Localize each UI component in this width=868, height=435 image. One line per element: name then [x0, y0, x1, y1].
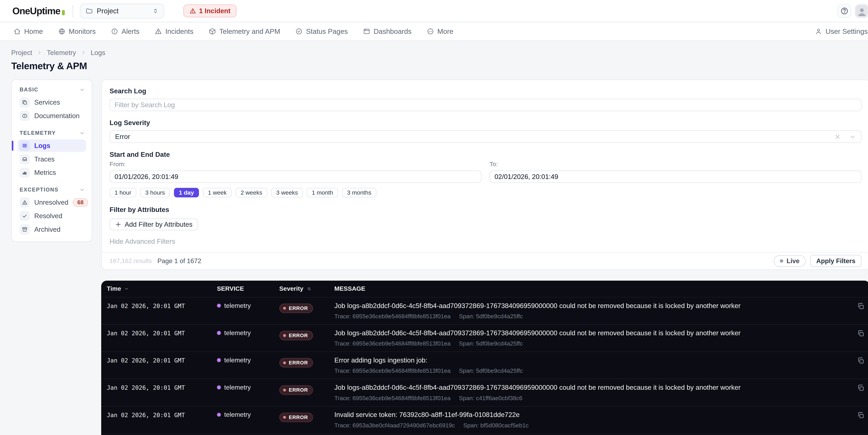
oneuptime-logo[interactable]: OneUptime: [12, 5, 65, 16]
column-header-service[interactable]: SERVICE: [217, 285, 279, 292]
range-3-weeks-button[interactable]: 3 weeks: [271, 188, 303, 197]
clear-icon[interactable]: [834, 133, 841, 140]
to-date-input[interactable]: [490, 170, 862, 183]
severity-text: ERROR: [289, 305, 308, 311]
log-severity-select[interactable]: Error: [110, 130, 862, 143]
hide-advanced-filters-link[interactable]: Hide Advanced Filters: [110, 238, 862, 245]
nav-item-user-settings[interactable]: User Settings: [815, 27, 868, 36]
breadcrumb-project[interactable]: Project: [11, 49, 32, 57]
nav-item-dashboards[interactable]: Dashboards: [363, 27, 412, 36]
range-1-hour-button[interactable]: 1 hour: [110, 188, 136, 197]
trace-id: Trace: 6955e36ceb9e54684ff8bfe8513f01ea: [334, 340, 451, 347]
nav-item-status-pages[interactable]: Status Pages: [295, 27, 348, 36]
span-id: Span: 5df0be9cd4a25ffc: [459, 340, 523, 347]
nav-item-monitors[interactable]: Monitors: [58, 27, 96, 36]
sidebar-section-basic[interactable]: BASIC: [18, 84, 86, 95]
copy-log-button[interactable]: [857, 356, 864, 364]
table-row[interactable]: Jan 02 2026, 20:01 GMT telemetry ERROR J…: [101, 379, 868, 406]
range-2-weeks-button[interactable]: 2 weeks: [236, 188, 267, 197]
column-header-severity[interactable]: Severity: [279, 285, 334, 292]
add-attribute-filter-button[interactable]: Add Filter by Attributes: [110, 219, 198, 230]
sidebar-item-unresolved[interactable]: Unresolved 68: [18, 196, 86, 209]
severity-badge: ERROR: [279, 358, 313, 368]
nav-label: Incidents: [165, 27, 193, 36]
service-name: telemetry: [224, 302, 251, 309]
from-date-input[interactable]: [110, 170, 482, 183]
plus-icon: [115, 221, 121, 228]
copy-icon: [857, 411, 864, 419]
breadcrumb-logs[interactable]: Logs: [91, 49, 105, 57]
project-selector[interactable]: Project: [80, 3, 164, 19]
sidebar-item-logs[interactable]: Logs: [18, 139, 86, 152]
range-1-day-button[interactable]: 1 day: [174, 188, 199, 197]
check-icon: [20, 211, 30, 221]
nav-item-telemetry[interactable]: Telemetry and APM: [209, 27, 280, 36]
column-header-message[interactable]: MESSAGE: [334, 285, 847, 292]
apply-filters-button[interactable]: Apply Filters: [810, 255, 862, 267]
nav-item-alerts[interactable]: Alerts: [111, 27, 140, 36]
log-trace-meta: Trace: 6955e36ceb9e54684ff8bfe8513f01ea …: [334, 340, 841, 347]
bar-chart-icon: [20, 168, 30, 178]
quick-range-buttons: 1 hour 3 hours 1 day 1 week 2 weeks 3 we…: [110, 188, 862, 197]
log-message-cell: Invalid service token: 76392c80-a8ff-11e…: [334, 410, 847, 429]
filter-attributes-label: Filter by Attributes: [110, 206, 862, 213]
question-circle-icon: [840, 7, 849, 15]
sidebar-item-services[interactable]: Services: [18, 96, 86, 108]
chevrons-up-down-icon: [152, 8, 159, 14]
log-message: Job logs-a8b2ddcf-0d6c-4c5f-8fb4-aad7093…: [334, 383, 841, 391]
section-title: BASIC: [20, 87, 38, 93]
sidebar-item-resolved[interactable]: Resolved: [18, 210, 86, 222]
severity-dot-icon: [283, 362, 286, 364]
table-row[interactable]: Jan 02 2026, 20:01 GMT telemetry ERROR I…: [101, 433, 868, 435]
range-1-month-button[interactable]: 1 month: [307, 188, 338, 197]
copy-log-button[interactable]: [857, 329, 864, 337]
chevron-down-icon: [79, 187, 85, 193]
log-trace-meta: Trace: 6955e36ceb9e54684ff8bfe8513f01ea …: [334, 395, 841, 402]
range-3-months-button[interactable]: 3 months: [342, 188, 376, 197]
range-3-hours-button[interactable]: 3 hours: [140, 188, 170, 197]
sidebar-item-traces[interactable]: Traces: [18, 153, 86, 165]
sidebar-section-exceptions[interactable]: EXCEPTIONS: [18, 185, 86, 195]
copy-log-button[interactable]: [857, 410, 864, 419]
sidebar-item-archived[interactable]: Archived: [18, 223, 86, 236]
range-1-week-button[interactable]: 1 week: [203, 188, 231, 197]
help-button[interactable]: [837, 4, 851, 18]
nav-item-more[interactable]: More: [427, 27, 454, 36]
log-lines-icon: [20, 141, 30, 151]
info-icon: [20, 111, 30, 121]
copy-log-button[interactable]: [857, 383, 864, 392]
archive-box-icon: [20, 224, 30, 234]
breadcrumb-telemetry[interactable]: Telemetry: [47, 49, 76, 57]
project-selector-value: Project: [97, 7, 119, 15]
column-header-time[interactable]: Time: [107, 285, 217, 292]
table-row[interactable]: Jan 02 2026, 20:01 GMT telemetry ERROR I…: [101, 406, 868, 433]
package-icon: [209, 28, 216, 35]
incident-count-badge[interactable]: 1 Incident: [183, 4, 237, 18]
sidebar-item-label: Archived: [34, 226, 60, 233]
unresolved-count-badge: 68: [73, 198, 88, 207]
active-indicator-bar: [12, 141, 13, 151]
severity-dot-icon: [283, 307, 286, 310]
sidebar-section-telemetry[interactable]: TELEMETRY: [18, 128, 86, 138]
user-avatar[interactable]: [855, 4, 868, 18]
chevron-down-icon[interactable]: [849, 133, 856, 140]
sidebar-item-documentation[interactable]: Documentation: [18, 110, 86, 122]
copy-icon: [857, 330, 864, 337]
nav-item-home[interactable]: Home: [13, 27, 43, 36]
log-trace-meta: Trace: 6953a3be0cf4aad729490d67ebc6919c …: [334, 422, 841, 429]
log-trace-meta: Trace: 6955e36ceb9e54684ff8bfe8513f01ea …: [334, 367, 841, 374]
copy-log-button[interactable]: [857, 301, 864, 310]
search-log-input[interactable]: [110, 99, 862, 111]
sort-arrows-icon: [306, 286, 312, 292]
live-toggle[interactable]: Live: [774, 255, 806, 267]
window-icon: [363, 28, 370, 35]
table-row[interactable]: Jan 02 2026, 20:01 GMT telemetry ERROR J…: [101, 297, 868, 324]
table-row[interactable]: Jan 02 2026, 20:01 GMT telemetry ERROR J…: [101, 324, 868, 352]
sidebar-item-metrics[interactable]: Metrics: [18, 167, 86, 179]
warning-triangle-icon: [189, 8, 196, 14]
table-row[interactable]: Jan 02 2026, 20:01 GMT telemetry ERROR E…: [101, 352, 868, 379]
logs-table-header: Time SERVICE Severity MESSAGE: [101, 281, 868, 297]
service-name: telemetry: [224, 384, 251, 391]
log-message: Job logs-a8b2ddcf-0d6c-4c5f-8fb4-aad7093…: [334, 329, 841, 337]
nav-item-incidents[interactable]: Incidents: [155, 27, 193, 36]
